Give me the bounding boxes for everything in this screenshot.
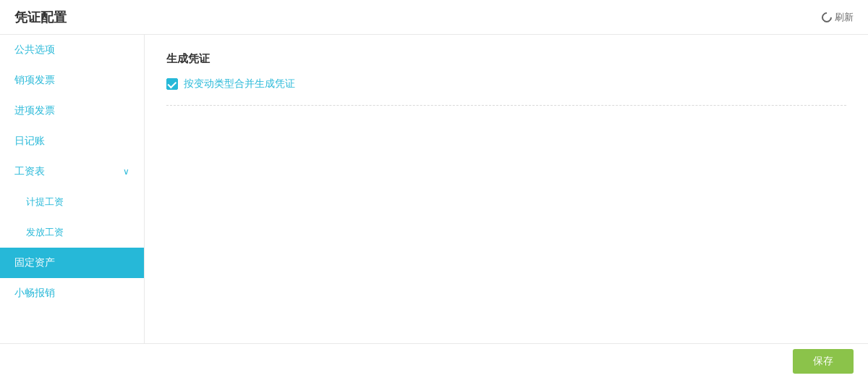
sidebar: 公共选项销项发票进项发票日记账工资表∨计提工资发放工资固定资产小畅报销 xyxy=(0,35,145,343)
refresh-icon xyxy=(820,10,834,25)
sidebar-item-sales-invoice[interactable]: 销项发票 xyxy=(0,65,144,96)
sidebar-item-issue-wages[interactable]: 发放工资 xyxy=(0,217,144,248)
refresh-label: 刷新 xyxy=(835,11,854,24)
section-title: 生成凭证 xyxy=(166,52,846,66)
merge-by-type-label[interactable]: 按变动类型合并生成凭证 xyxy=(184,77,295,91)
refresh-button[interactable]: 刷新 xyxy=(822,11,854,24)
sidebar-item-expense-claim[interactable]: 小畅报销 xyxy=(0,278,144,308)
sidebar-item-fixed-assets[interactable]: 固定资产 xyxy=(0,248,144,278)
sidebar-item-label: 公共选项 xyxy=(14,43,55,56)
sidebar-item-journal[interactable]: 日记账 xyxy=(0,126,144,156)
sidebar-item-payroll[interactable]: 工资表∨ xyxy=(0,156,144,187)
chevron-down-icon: ∨ xyxy=(123,167,129,177)
sidebar-item-public[interactable]: 公共选项 xyxy=(0,35,144,65)
sidebar-item-label: 进项发票 xyxy=(14,104,55,117)
page-title: 凭证配置 xyxy=(14,9,67,26)
sidebar-item-purchase-invoice[interactable]: 进项发票 xyxy=(0,96,144,126)
sidebar-item-label: 日记账 xyxy=(14,135,45,148)
sidebar-item-label: 发放工资 xyxy=(26,226,64,239)
sidebar-item-label: 销项发票 xyxy=(14,74,55,87)
merge-by-type-checkbox[interactable] xyxy=(166,78,178,90)
footer: 保存 xyxy=(0,343,868,378)
sidebar-item-accrual-wages[interactable]: 计提工资 xyxy=(0,187,144,217)
sidebar-item-label: 固定资产 xyxy=(14,256,55,269)
content-area: 生成凭证 按变动类型合并生成凭证 xyxy=(145,35,868,343)
section-divider xyxy=(166,105,846,106)
sidebar-item-label: 工资表 xyxy=(14,165,45,178)
main-layout: 公共选项销项发票进项发票日记账工资表∨计提工资发放工资固定资产小畅报销 生成凭证… xyxy=(0,35,868,343)
save-button[interactable]: 保存 xyxy=(793,349,854,374)
header: 凭证配置 刷新 xyxy=(0,0,868,35)
sidebar-item-label: 小畅报销 xyxy=(14,287,55,300)
checkbox-row: 按变动类型合并生成凭证 xyxy=(166,77,846,91)
sidebar-item-label: 计提工资 xyxy=(26,196,64,209)
